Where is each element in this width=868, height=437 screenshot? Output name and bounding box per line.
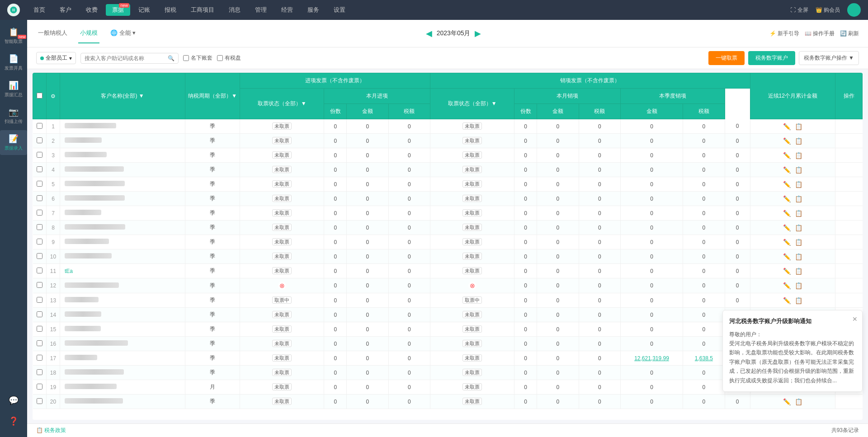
row-checkbox[interactable] <box>37 195 42 201</box>
vip-btn[interactable]: 👑 购会员 <box>816 6 840 14</box>
th-customer-name[interactable]: 客户名称(全部) ▼ <box>60 73 185 119</box>
refresh-btn[interactable]: 🔄 刷新 <box>840 30 859 38</box>
th-in-status[interactable]: 取票状态（全部）▼ <box>240 89 324 119</box>
nav-settings[interactable]: 设置 <box>327 4 352 16</box>
copy-btn[interactable]: 📋 <box>793 239 804 246</box>
nav-invoice[interactable]: 票据 new <box>106 4 130 16</box>
nav-service[interactable]: 服务 <box>301 4 326 16</box>
edit-btn[interactable]: ✏️ <box>782 123 792 130</box>
th-tax-period[interactable]: 纳税周期（全部）▼ <box>185 73 240 119</box>
fullscreen-btn[interactable]: ⛶ 全屏 <box>790 6 808 14</box>
sidebar-item-help[interactable]: ❓ <box>7 413 20 430</box>
prev-month-btn[interactable]: ◀ <box>426 28 432 38</box>
row-checkbox[interactable] <box>37 152 42 158</box>
search-box[interactable]: 🔍 <box>80 53 179 64</box>
edit-btn[interactable]: ✏️ <box>782 398 792 405</box>
copy-btn[interactable]: 📋 <box>793 166 804 174</box>
td-checkbox[interactable] <box>33 322 47 337</box>
edit-btn[interactable]: ✏️ <box>782 268 792 275</box>
checkbox-my-accounts[interactable]: 名下账套 <box>183 54 212 62</box>
nav-message[interactable]: 消息 <box>222 4 247 16</box>
copy-btn[interactable]: 📋 <box>793 282 804 289</box>
td-checkbox[interactable] <box>33 119 47 134</box>
edit-btn[interactable]: ✏️ <box>782 181 792 188</box>
nav-accounting[interactable]: 记账 <box>132 4 156 16</box>
row-checkbox[interactable] <box>37 253 42 259</box>
search-input[interactable] <box>85 55 166 61</box>
refund-tax-val[interactable]: 1,638.5 <box>695 355 713 362</box>
edit-btn[interactable]: ✏️ <box>782 152 792 159</box>
edit-btn[interactable]: ✏️ <box>782 137 792 145</box>
edit-btn[interactable]: ✏️ <box>782 282 792 289</box>
manual-btn[interactable]: 📖 操作手册 <box>805 30 835 38</box>
td-checkbox[interactable] <box>33 221 47 235</box>
nav-customer[interactable]: 客户 <box>53 4 78 16</box>
td-checkbox[interactable] <box>33 206 47 221</box>
copy-btn[interactable]: 📋 <box>793 181 804 188</box>
checkbox-has-tax-disk[interactable]: 有税盘 <box>217 54 241 62</box>
tab-all-capable[interactable]: 🌐 全能 ▾ <box>108 23 137 43</box>
td-checkbox[interactable] <box>33 249 47 264</box>
copy-btn[interactable]: 📋 <box>793 398 804 405</box>
td-checkbox[interactable] <box>33 351 47 366</box>
td-checkbox[interactable] <box>33 395 47 409</box>
row-checkbox[interactable] <box>37 326 42 332</box>
copy-btn[interactable]: 📋 <box>793 224 804 231</box>
td-checkbox[interactable] <box>33 148 47 163</box>
row-checkbox[interactable] <box>37 123 42 129</box>
td-checkbox[interactable] <box>33 380 47 395</box>
row-checkbox[interactable] <box>37 297 42 303</box>
select-all-checkbox[interactable] <box>37 93 42 99</box>
edit-btn[interactable]: ✏️ <box>782 224 792 231</box>
copy-btn[interactable]: 📋 <box>793 123 804 130</box>
td-checkbox[interactable] <box>33 163 47 177</box>
td-checkbox[interactable] <box>33 293 47 308</box>
one-click-invoice-btn[interactable]: 一键取票 <box>708 51 745 65</box>
row-checkbox[interactable] <box>37 398 42 404</box>
sidebar-item-invoice-summary[interactable]: 📊 票据汇总 <box>0 77 27 102</box>
nav-home[interactable]: 首页 <box>27 4 52 16</box>
row-checkbox[interactable] <box>37 166 42 172</box>
nav-business[interactable]: 工商项目 <box>184 4 221 16</box>
td-checkbox[interactable] <box>33 192 47 206</box>
notification-close-btn[interactable]: ✕ <box>852 314 858 324</box>
nav-tax[interactable]: 报税 <box>158 4 183 16</box>
copy-btn[interactable]: 📋 <box>793 253 804 260</box>
edit-btn[interactable]: ✏️ <box>782 253 792 260</box>
next-month-btn[interactable]: ▶ <box>475 28 481 38</box>
td-checkbox[interactable] <box>33 177 47 192</box>
row-checkbox[interactable] <box>37 181 42 187</box>
row-checkbox[interactable] <box>37 340 42 346</box>
row-checkbox[interactable] <box>37 311 42 317</box>
copy-btn[interactable]: 📋 <box>793 210 804 217</box>
tax-policy-link[interactable]: 📋 税务政策 <box>36 427 66 434</box>
sidebar-item-smart-ticket[interactable]: 📋 智能取票 new <box>0 23 27 48</box>
row-checkbox[interactable] <box>37 355 42 361</box>
copy-btn[interactable]: 📋 <box>793 268 804 275</box>
sidebar-item-invoice-open[interactable]: 📄 发票开具 <box>0 50 27 75</box>
td-checkbox[interactable] <box>33 337 47 351</box>
copy-btn[interactable]: 📋 <box>793 137 804 145</box>
nav-fee[interactable]: 收费 <box>80 4 104 16</box>
th-out-status[interactable]: 取票状态（全部）▼ <box>430 89 514 119</box>
row-checkbox[interactable] <box>37 268 42 273</box>
tab-small-scale[interactable]: 小规模 <box>78 23 99 43</box>
copy-btn[interactable]: 📋 <box>793 297 804 304</box>
td-checkbox[interactable] <box>33 278 47 293</box>
td-checkbox[interactable] <box>33 235 47 249</box>
search-icon[interactable]: 🔍 <box>168 55 175 61</box>
refund-amount-val[interactable]: 12,621,319.99 <box>634 355 669 362</box>
row-checkbox[interactable] <box>37 137 42 143</box>
row-checkbox[interactable] <box>37 384 42 390</box>
sidebar-item-notify[interactable]: 💬 <box>7 392 20 409</box>
row-checkbox[interactable] <box>37 239 42 244</box>
new-guide-btn[interactable]: ⚡ 新手引导 <box>769 30 799 38</box>
edit-btn[interactable]: ✏️ <box>782 195 792 202</box>
row-checkbox[interactable] <box>37 282 42 288</box>
nav-manage[interactable]: 管理 <box>249 4 273 16</box>
tab-general-taxpayer[interactable]: 一般纳税人 <box>36 23 69 43</box>
row-checkbox[interactable] <box>37 210 42 216</box>
td-checkbox[interactable] <box>33 264 47 278</box>
edit-btn[interactable]: ✏️ <box>782 166 792 174</box>
edit-btn[interactable]: ✏️ <box>782 239 792 246</box>
